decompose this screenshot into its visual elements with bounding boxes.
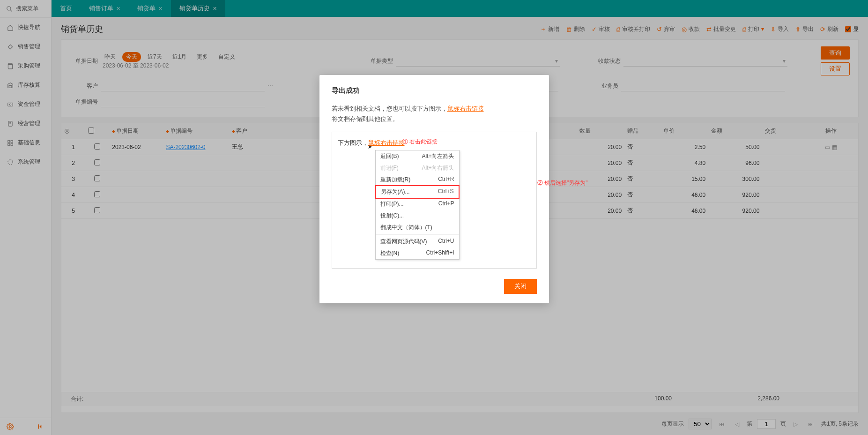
- right-click-link-hint: 鼠标右击链接: [447, 105, 484, 112]
- modal-overlay: 导出成功 若未看到相关文档，您也可以按下方图示，鼠标右击链接 将文档存储到其他位…: [0, 0, 868, 435]
- context-menu-item: 另存为(A)...Ctrl+S: [375, 185, 460, 199]
- modal-description: 若未看到相关文档，您也可以按下方图示，鼠标右击链接 将文档存储到其他位置。: [332, 104, 537, 124]
- callout-2: ② 然后选择"另存为": [537, 179, 588, 187]
- export-success-modal: 导出成功 若未看到相关文档，您也可以按下方图示，鼠标右击链接 将文档存储到其他位…: [319, 75, 549, 303]
- demo-link: 鼠标右击链接: [368, 139, 405, 146]
- context-menu-illustration: 返回(B)Alt+向左箭头前进(F)Alt+向右箭头重新加载(R)Ctrl+R另…: [375, 150, 460, 260]
- context-menu-item: 查看网页源代码(V)Ctrl+U: [376, 236, 459, 248]
- context-menu-item: 检查(N)Ctrl+Shift+I: [376, 248, 459, 259]
- context-menu-item: 翻成中文（简体）(T): [376, 222, 459, 233]
- instruction-diagram: 下方图示，鼠标右击链接 ➤ ① 右击此链接 返回(B)Alt+向左箭头前进(F)…: [332, 132, 537, 269]
- context-menu-item: 返回(B)Alt+向左箭头: [376, 150, 459, 162]
- cursor-icon: ➤: [368, 143, 372, 150]
- context-menu-item: 打印(P)...Ctrl+P: [376, 198, 459, 210]
- context-menu-item: 投射(C)...: [376, 210, 459, 222]
- context-menu-item: 前进(F)Alt+向右箭头: [376, 162, 459, 174]
- close-button[interactable]: 关闭: [504, 279, 537, 294]
- modal-title: 导出成功: [332, 86, 537, 95]
- callout-1: ① 右击此链接: [402, 138, 438, 146]
- context-menu-item: 重新加载(R)Ctrl+R: [376, 174, 459, 186]
